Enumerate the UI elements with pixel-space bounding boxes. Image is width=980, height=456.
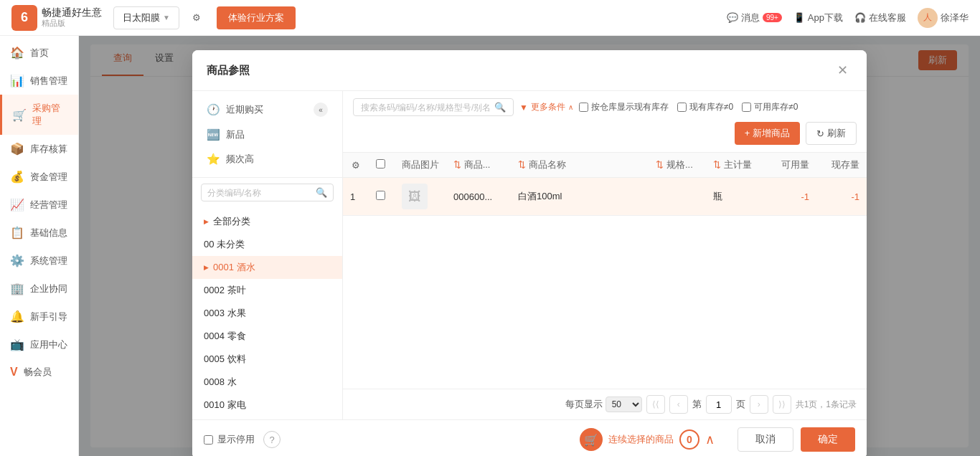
last-page-btn[interactable]: ⟩⟩ — [773, 395, 791, 414]
cell-img: 🖼 — [395, 178, 446, 216]
checkbox-warehouse[interactable]: 按仓库显示现有库存 — [579, 101, 669, 113]
experience-btn[interactable]: 体验行业方案 — [217, 6, 296, 29]
tree-item-0004[interactable]: 0004 零食 — [192, 325, 342, 348]
modal-footer: 显示停用 ? 🛒 连续选择的商品 0 ∧ 取消 确定 — [192, 419, 867, 456]
sidebar-item-basic-info[interactable]: 📋 基础信息 — [0, 219, 78, 247]
checkbox-available-stock[interactable]: 可用库存≠0 — [742, 101, 798, 113]
page-size-dropdown[interactable]: 50 100 200 — [606, 396, 642, 412]
nav-selector-arrow: ▼ — [163, 14, 170, 22]
table-body: 1 🖼 000600... 白酒100ml — [343, 178, 867, 216]
checkbox-current-stock[interactable]: 现有库存≠0 — [677, 101, 733, 113]
nav-new-label: 新品 — [226, 128, 245, 141]
collapse-icon[interactable]: « — [314, 103, 328, 117]
nav-frequent[interactable]: ⭐ 频次高 — [201, 148, 334, 170]
modal-close-btn[interactable]: ✕ — [832, 60, 852, 80]
checkbox-current-stock-input[interactable] — [677, 103, 687, 112]
cart-label: 连续选择的商品 — [608, 433, 674, 446]
cart-icon[interactable]: 🛒 — [580, 428, 603, 451]
col-gear[interactable]: ⚙ — [343, 153, 369, 178]
next-page-btn[interactable]: › — [750, 395, 768, 414]
sidebar-item-finance[interactable]: 💰 资金管理 — [0, 163, 78, 191]
sidebar-item-system[interactable]: ⚙️ 系统管理 — [0, 247, 78, 275]
row-checkbox[interactable] — [376, 191, 385, 200]
nav-recent-label: 近期购买 — [226, 103, 263, 116]
expand-active-icon: ▶ — [204, 264, 209, 271]
page-label2: 页 — [736, 398, 745, 411]
refresh-btn[interactable]: ↻ 刷新 — [806, 122, 857, 145]
nav-selector[interactable]: 日太阳膜 ▼ — [113, 6, 179, 29]
select-all-checkbox[interactable] — [376, 159, 385, 168]
product-search-input[interactable] — [361, 103, 490, 113]
sidebar-item-label: 首页 — [30, 47, 49, 60]
brand-info: 畅捷通好生意 精品版 — [42, 6, 102, 29]
table-row[interactable]: 1 🖼 000600... 白酒100ml — [343, 178, 867, 216]
product-search-icon[interactable]: 🔍 — [494, 102, 506, 113]
footer-cart: 🛒 连续选择的商品 0 ∧ — [580, 428, 715, 451]
cancel-btn[interactable]: 取消 — [738, 427, 793, 452]
sidebar-item-guide[interactable]: 🔔 新手引导 — [0, 303, 78, 331]
tree-item-0010[interactable]: 0010 家电 — [192, 394, 342, 417]
finance-icon: 💰 — [10, 170, 24, 184]
page-input[interactable] — [706, 395, 732, 414]
prev-page-btn[interactable]: ‹ — [669, 395, 688, 414]
sidebar-item-purchase[interactable]: 🛒 采购管理 — [0, 95, 78, 135]
sidebar-item-sales[interactable]: 📊 销售管理 — [0, 67, 78, 95]
collapse-cart-icon[interactable]: ∧ — [705, 432, 715, 447]
filter-btn[interactable]: ▼ 更多条件 ∧ — [519, 101, 573, 113]
tree-item-0008[interactable]: 0008 水 — [192, 371, 342, 394]
nav-new-product[interactable]: 🆕 新品 — [201, 124, 334, 146]
sidebar-item-operations[interactable]: 📈 经营管理 — [0, 191, 78, 219]
sidebar-item-label: 应用中心 — [30, 338, 67, 351]
sidebar-item-label: 畅会员 — [24, 366, 52, 379]
product-table: ⚙ 商品图片 ⇅ — [343, 153, 867, 216]
category-search-input[interactable] — [207, 188, 316, 198]
online-service-label: 在线客服 — [869, 11, 906, 24]
tree-item-0002[interactable]: 0002 茶叶 — [192, 279, 342, 302]
show-disabled-input[interactable] — [204, 435, 213, 445]
nav-recent-purchase[interactable]: 🕐 近期购买 « — [201, 98, 334, 121]
sidebar-item-enterprise[interactable]: 🏢 企业协同 — [0, 275, 78, 303]
expand-icon: ▶ — [204, 218, 209, 225]
sidebar: 🏠 首页 📊 销售管理 🛒 采购管理 📦 库存核算 💰 资金管理 📈 经营管理 … — [0, 36, 79, 456]
help-icon[interactable]: ? — [263, 431, 281, 448]
add-product-btn[interactable]: + 新增商品 — [735, 122, 800, 145]
col-spec-header[interactable]: ⇅ 规格... — [649, 153, 706, 178]
cell-code: 000600... — [446, 178, 511, 216]
cart-count: 0 — [679, 429, 699, 450]
tree-item-00[interactable]: 00 未分类 — [192, 233, 342, 256]
category-search-icon[interactable]: 🔍 — [316, 187, 327, 198]
per-page-label: 每页显示 — [565, 398, 603, 411]
cell-checkbox — [369, 178, 395, 216]
message-label: 消息 — [741, 11, 760, 24]
tree-item-label: 0004 零食 — [204, 330, 246, 343]
first-page-btn[interactable]: ⟨⟨ — [646, 395, 665, 414]
tree-item-all[interactable]: ▶ 全部分类 — [192, 210, 342, 233]
settings-icon[interactable]: ⚙ — [185, 6, 208, 29]
app-download-item[interactable]: 📱 App下载 — [793, 11, 843, 24]
product-thumbnail: 🖼 — [402, 184, 428, 209]
sidebar-item-inventory[interactable]: 📦 库存核算 — [0, 135, 78, 163]
operations-icon: 📈 — [10, 198, 24, 212]
checkbox-warehouse-input[interactable] — [579, 103, 588, 112]
col-unit-header[interactable]: ⇅ 主计量 — [706, 153, 759, 178]
col-name-header[interactable]: ⇅ 商品名称 — [511, 153, 649, 178]
cell-num: 1 — [343, 178, 369, 216]
confirm-btn[interactable]: 确定 — [801, 427, 855, 452]
message-item[interactable]: 💬 消息 99+ — [727, 11, 782, 24]
online-service-item[interactable]: 🎧 在线客服 — [854, 11, 906, 24]
cell-unit: 瓶 — [706, 178, 759, 216]
checkbox-available-stock-input[interactable] — [742, 103, 751, 112]
tree-item-0001[interactable]: ▶ 0001 酒水 — [192, 256, 342, 279]
sidebar-item-home[interactable]: 🏠 首页 — [0, 39, 78, 67]
sidebar-item-apps[interactable]: 📺 应用中心 — [0, 331, 78, 358]
tree-item-0003[interactable]: 0003 水果 — [192, 302, 342, 325]
sidebar-item-member[interactable]: V 畅会员 — [0, 358, 78, 386]
col-code-header[interactable]: ⇅ 商品... — [446, 153, 511, 178]
modal-title: 商品参照 — [207, 64, 250, 77]
col-avail-header: 可用量 — [759, 153, 816, 178]
filter-icon: ▼ — [519, 103, 528, 113]
frequent-icon: ⭐ — [207, 153, 220, 166]
tree-item-0005[interactable]: 0005 饮料 — [192, 348, 342, 371]
user-item[interactable]: 人 徐泽华 — [918, 8, 969, 28]
show-disabled-checkbox[interactable]: 显示停用 — [204, 433, 255, 446]
